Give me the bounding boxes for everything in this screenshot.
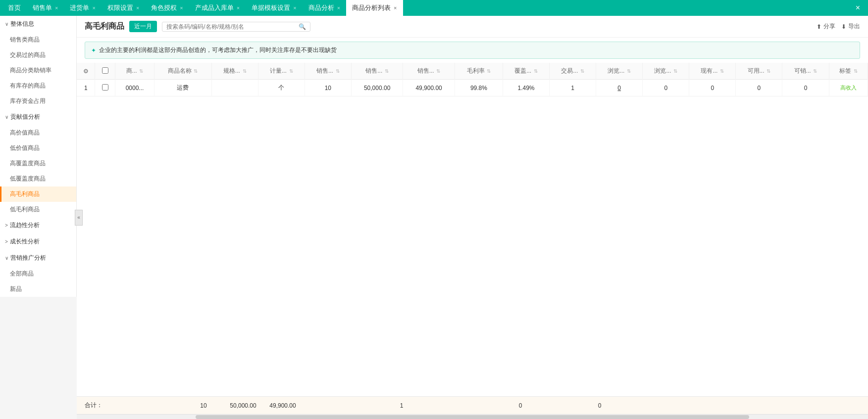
sort-icon-gross_margin: ⇅	[486, 68, 491, 74]
nav-close-1[interactable]: ×	[55, 5, 58, 11]
header-actions: ⬆ 分享 ⬇ 导出	[817, 22, 860, 31]
sidebar-item-4-0[interactable]: 全部商品	[0, 266, 76, 281]
search-input[interactable]	[166, 23, 297, 30]
sort-icon-tag: ⇅	[852, 68, 858, 74]
sort-icon-browse1: ⇅	[625, 68, 631, 74]
sidebar-collapse-button[interactable]: «	[75, 210, 83, 226]
nav-close-2[interactable]: ×	[92, 5, 95, 11]
table-container: ⚙商... ⇅商品名称 ⇅规格... ⇅计量... ⇅销售... ⇅销售... …	[77, 63, 868, 396]
sidebar-item-1-0[interactable]: 高价值商品	[0, 125, 76, 140]
col-header-saleable[interactable]: 可销... ⇅	[782, 63, 829, 80]
sidebar-item-0-0[interactable]: 销售类商品	[0, 32, 76, 47]
export-icon: ⬇	[841, 23, 846, 30]
browse-link[interactable]: 0	[617, 85, 621, 92]
nav-close-8[interactable]: ×	[394, 5, 397, 11]
col-header-available1[interactable]: 现有... ⇅	[689, 63, 736, 80]
col-header-sales_amount[interactable]: 销售... ⇅	[351, 63, 403, 80]
col-header-available2[interactable]: 可用... ⇅	[736, 63, 782, 80]
sidebar-section-0[interactable]: ∨整体信息	[0, 16, 76, 32]
top-nav: 首页销售单×进货单×权限设置×角色授权×产成品入库单×单据模板设置×商品分析×商…	[0, 0, 868, 16]
col-header-checkbox	[95, 63, 115, 80]
cell-name-0: 运费	[154, 80, 211, 96]
sidebar-item-0-3[interactable]: 有库存的商品	[0, 78, 76, 93]
footer-values: 10 50,000.00 49,900.00 1 0 0	[184, 402, 860, 409]
sidebar-item-4-1[interactable]: 新品	[0, 281, 76, 297]
row-checkbox[interactable]	[102, 84, 108, 91]
footer-saleable: 0	[580, 402, 619, 409]
nav-close-6[interactable]: ×	[293, 5, 296, 11]
share-icon: ⬆	[817, 23, 821, 30]
cell-spec-0	[211, 80, 258, 96]
nav-close-4[interactable]: ×	[180, 5, 183, 11]
data-table: ⚙商... ⇅商品名称 ⇅规格... ⇅计量... ⇅销售... ⇅销售... …	[77, 63, 868, 96]
nav-item-3[interactable]: 权限设置×	[102, 0, 145, 16]
cell-index-0: 1	[77, 80, 95, 96]
select-all-checkbox[interactable]	[102, 67, 108, 74]
col-header-code[interactable]: 商... ⇅	[115, 63, 154, 80]
sidebar-item-1-3[interactable]: 低覆盖度商品	[0, 171, 76, 186]
sidebar-section-1[interactable]: ∨贡献值分析	[0, 109, 76, 125]
cell-sales_profit-0: 49,900.00	[403, 80, 455, 96]
sidebar-item-1-4[interactable]: 高毛利商品	[0, 186, 76, 202]
nav-item-8[interactable]: 商品分析列表×	[346, 0, 403, 16]
nav-item-6[interactable]: 单据模板设置×	[246, 0, 302, 16]
cell-browse1-0[interactable]: 0	[596, 80, 643, 96]
sidebar-section-4[interactable]: ∨营销推广分析	[0, 250, 76, 266]
close-window-button[interactable]: ×	[850, 3, 866, 12]
sidebar-item-0-4[interactable]: 库存资金占用	[0, 93, 76, 109]
cell-checkbox-0[interactable]	[95, 80, 115, 96]
cell-sales_qty-0: 10	[305, 80, 351, 96]
nav-item-0[interactable]: 首页	[2, 0, 27, 16]
col-header-coverage[interactable]: 覆盖... ⇅	[503, 63, 550, 80]
col-header-gross_margin[interactable]: 毛利率 ⇅	[455, 63, 503, 80]
section-title-3: 成长性分析	[10, 237, 40, 246]
cell-available2-0: 0	[736, 80, 782, 96]
sidebar-item-1-5[interactable]: 低毛利商品	[0, 202, 76, 217]
table-row: 10000...运费个1050,000.0049,900.0099.8%1.49…	[77, 80, 868, 96]
nav-item-4[interactable]: 角色授权×	[145, 0, 189, 16]
sidebar-section-3[interactable]: >成长性分析	[0, 233, 76, 250]
col-header-unit[interactable]: 计量... ⇅	[258, 63, 305, 80]
period-button[interactable]: 近一月	[129, 21, 157, 32]
footer-transactions: 1	[382, 402, 421, 409]
section-title-2: 流趋性分析	[10, 221, 40, 230]
sidebar-item-0-1[interactable]: 交易过的商品	[0, 47, 76, 63]
sort-icon-available1: ⇅	[718, 68, 724, 74]
section-title-4: 营销推广分析	[10, 254, 46, 262]
nav-item-5[interactable]: 产成品入库单×	[189, 0, 246, 16]
nav-item-2[interactable]: 进货单×	[64, 0, 101, 16]
col-header-sales_qty[interactable]: 销售... ⇅	[305, 63, 351, 80]
page-title: 高毛利商品	[85, 21, 124, 32]
section-arrow-2: >	[5, 223, 8, 228]
col-header-spec[interactable]: 规格... ⇅	[211, 63, 258, 80]
nav-item-1[interactable]: 销售单×	[27, 0, 64, 16]
col-header-sales_profit[interactable]: 销售... ⇅	[403, 63, 455, 80]
export-button[interactable]: ⬇ 导出	[841, 22, 860, 31]
nav-close-5[interactable]: ×	[237, 5, 240, 11]
nav-close-3[interactable]: ×	[136, 5, 139, 11]
col-header-tag[interactable]: 标签 ⇅	[829, 63, 868, 80]
sort-icon-unit: ⇅	[288, 68, 293, 74]
sidebar-section-2[interactable]: >流趋性分析	[0, 217, 76, 233]
sidebar-item-1-1[interactable]: 低价值商品	[0, 140, 76, 156]
section-arrow-3: >	[5, 239, 8, 244]
info-banner-text: 企业的主要的利润都是这部分商品创造的，可考虑加大推广，同时关注库存是不要出现缺货	[99, 46, 337, 54]
sort-icon-sales_profit: ⇅	[435, 68, 441, 74]
col-header-transactions[interactable]: 交易... ⇅	[550, 63, 596, 80]
col-header-name[interactable]: 商品名称 ⇅	[154, 63, 211, 80]
sort-icon-sales_amount: ⇅	[383, 68, 389, 74]
cell-coverage-0: 1.49%	[503, 80, 550, 96]
sidebar-wrapper: ∨整体信息销售类商品交易过的商品商品分类助销率有库存的商品库存资金占用∨贡献值分…	[0, 16, 77, 419]
col-header-browse1[interactable]: 浏览... ⇅	[596, 63, 643, 80]
share-button[interactable]: ⬆ 分享	[817, 22, 835, 31]
nav-item-7[interactable]: 商品分析×	[303, 0, 346, 16]
sidebar-item-1-2[interactable]: 高覆盖度商品	[0, 156, 76, 171]
tag-label: 高收入	[840, 85, 857, 91]
nav-close-7[interactable]: ×	[337, 5, 340, 11]
bottom-scrollbar[interactable]	[77, 414, 868, 419]
sidebar-item-0-2[interactable]: 商品分类助销率	[0, 63, 76, 78]
sidebar: ∨整体信息销售类商品交易过的商品商品分类助销率有库存的商品库存资金占用∨贡献值分…	[0, 16, 77, 297]
search-icon[interactable]: 🔍	[299, 23, 306, 30]
col-header-browse2[interactable]: 浏览... ⇅	[643, 63, 689, 80]
col-header-settings: ⚙	[77, 63, 95, 80]
